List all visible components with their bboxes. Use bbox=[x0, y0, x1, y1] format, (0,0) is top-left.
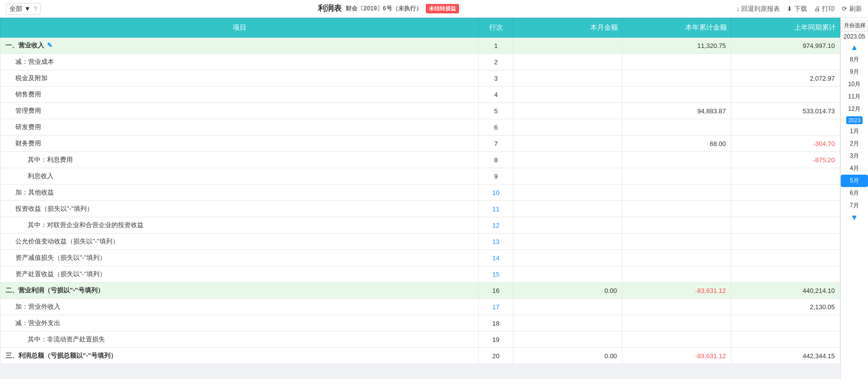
cell-month bbox=[513, 250, 622, 266]
table-row: 减：营业成本2 bbox=[0, 54, 840, 70]
header-item: 项目 bbox=[0, 18, 479, 38]
month-5[interactable]: 5月 bbox=[841, 175, 868, 187]
table-row: 资产减值损失（损失以"-"填列）14 bbox=[0, 250, 840, 266]
cell-prev: 2,072.97 bbox=[731, 70, 840, 87]
cell-prev bbox=[731, 266, 840, 283]
cell-month bbox=[513, 201, 622, 217]
cell-item: 一、营业收入✎ bbox=[0, 38, 479, 54]
cell-item: 资产处置收益（损失以"-"填列） bbox=[0, 266, 479, 283]
cell-prev bbox=[731, 201, 840, 217]
download-button[interactable]: ⬇ 下载 bbox=[787, 4, 807, 13]
cell-month bbox=[513, 217, 622, 234]
cell-item: 二、营业利润（亏损以"-"号填列） bbox=[0, 283, 479, 299]
table-row: 财务费用768.00-304.70 bbox=[0, 136, 840, 152]
cell-year bbox=[622, 315, 731, 332]
cell-year bbox=[622, 152, 731, 168]
month-7[interactable]: 7月 bbox=[841, 199, 868, 212]
table-header-row: 项目 行次 本月金额 本年累计金额 上年同期累计 bbox=[0, 18, 840, 38]
nav-down-button[interactable]: ▼ bbox=[841, 212, 868, 224]
nav-up-button[interactable]: ▲ bbox=[841, 42, 868, 53]
cell-row-num: 12 bbox=[479, 217, 513, 234]
cell-month bbox=[513, 185, 622, 201]
table-row: 利息收入9 bbox=[0, 168, 840, 185]
cell-row-num: 10 bbox=[479, 185, 513, 201]
cell-prev bbox=[731, 315, 840, 332]
month-6[interactable]: 6月 bbox=[841, 187, 868, 199]
cell-row-num: 8 bbox=[479, 152, 513, 168]
cell-item: 财务费用 bbox=[0, 136, 479, 152]
cell-row-num: 7 bbox=[479, 136, 513, 152]
all-select-dropdown[interactable]: 全部 ▼ ? bbox=[6, 3, 41, 15]
cell-row-num: 5 bbox=[479, 103, 513, 119]
cell-year bbox=[622, 168, 731, 185]
cell-row-num: 6 bbox=[479, 119, 513, 136]
cell-prev bbox=[731, 168, 840, 185]
cell-row-num: 9 bbox=[479, 168, 513, 185]
cell-item: 其中：利息费用 bbox=[0, 152, 479, 168]
refresh-button[interactable]: ⟳ 刷新 bbox=[842, 4, 862, 13]
help-icon[interactable]: ? bbox=[34, 5, 37, 12]
month-2[interactable]: 2月 bbox=[841, 138, 868, 150]
cell-item: 研发费用 bbox=[0, 119, 479, 136]
cell-item: 利息收入 bbox=[0, 168, 479, 185]
table-row: 其中：对联营企业和合营企业的投资收益12 bbox=[0, 217, 840, 234]
cell-prev bbox=[731, 217, 840, 234]
cell-month bbox=[513, 168, 622, 185]
month-11[interactable]: 11月 bbox=[841, 91, 868, 103]
cell-year bbox=[622, 54, 731, 70]
cell-year: 11,320.75 bbox=[622, 38, 731, 54]
main-container: 项目 行次 本月金额 本年累计金额 上年同期累计 一、营业收入✎111,320.… bbox=[0, 18, 868, 379]
month-9[interactable]: 9月 bbox=[841, 66, 868, 78]
cell-item: 加：其他收益 bbox=[0, 185, 479, 201]
month-4[interactable]: 4月 bbox=[841, 162, 868, 175]
table-row: 其中：利息费用8-875.20 bbox=[0, 152, 840, 168]
month-8[interactable]: 8月 bbox=[841, 53, 868, 66]
header-prev: 上年同期累计 bbox=[731, 18, 840, 38]
dropdown-icon: ▼ bbox=[24, 5, 31, 12]
cell-year bbox=[622, 299, 731, 315]
cell-row-num: 2 bbox=[479, 54, 513, 70]
cell-month bbox=[513, 234, 622, 250]
cell-month bbox=[513, 38, 622, 54]
cell-item: 销售费用 bbox=[0, 87, 479, 103]
edit-icon[interactable]: ✎ bbox=[47, 42, 52, 49]
cell-month bbox=[513, 70, 622, 87]
cell-year bbox=[622, 332, 731, 348]
table-area: 项目 行次 本月金额 本年累计金额 上年同期累计 一、营业收入✎111,320.… bbox=[0, 18, 840, 379]
cell-item: 加：营业外收入 bbox=[0, 299, 479, 315]
cell-item: 其中：非流动资产处置损失 bbox=[0, 332, 479, 348]
table-row: 税金及附加32,072.97 bbox=[0, 70, 840, 87]
sidebar-year-label: 2023.05 bbox=[841, 32, 868, 42]
cell-month bbox=[513, 332, 622, 348]
sidebar-title: 月份选择 bbox=[841, 20, 868, 32]
cell-prev bbox=[731, 54, 840, 70]
status-badge[interactable]: 未结转损益 bbox=[426, 4, 459, 13]
table-row: 减：营业外支出18 bbox=[0, 315, 840, 332]
cell-month bbox=[513, 299, 622, 315]
month-1[interactable]: 1月 bbox=[841, 125, 868, 138]
print-button[interactable]: 🖨 打印 bbox=[814, 4, 835, 13]
cell-year: 68.00 bbox=[622, 136, 731, 152]
month-12[interactable]: 12月 bbox=[841, 103, 868, 115]
cell-item: 减：营业外支出 bbox=[0, 315, 479, 332]
cell-year bbox=[622, 201, 731, 217]
cell-year bbox=[622, 70, 731, 87]
month-3[interactable]: 3月 bbox=[841, 150, 868, 162]
table-row: 投资收益（损失以"-"填列）11 bbox=[0, 201, 840, 217]
back-button[interactable]: ↓ 回退到原报表 bbox=[736, 4, 780, 13]
cell-item: 减：营业成本 bbox=[0, 54, 479, 70]
cell-prev: 533,014.73 bbox=[731, 103, 840, 119]
cell-row-num: 3 bbox=[479, 70, 513, 87]
cell-year bbox=[622, 266, 731, 283]
month-10[interactable]: 10月 bbox=[841, 78, 868, 91]
sidebar-right: 月份选择 2023.05 ▲ 8月 9月 10月 11月 12月 2023 1月… bbox=[840, 18, 868, 379]
cell-prev bbox=[731, 250, 840, 266]
cell-month bbox=[513, 266, 622, 283]
table-row: 管理费用594,883.87533,014.73 bbox=[0, 103, 840, 119]
top-bar: 全部 ▼ ? 利润表 财会〔2019〕6号（未执行） 未结转损益 ↓ 回退到原报… bbox=[0, 0, 868, 18]
cell-item: 其中：对联营企业和合营企业的投资收益 bbox=[0, 217, 479, 234]
table-row: 一、营业收入✎111,320.75974,997.10 bbox=[0, 38, 840, 54]
cell-year bbox=[622, 217, 731, 234]
table-row: 加：其他收益10 bbox=[0, 185, 840, 201]
table-row: 销售费用4 bbox=[0, 87, 840, 103]
